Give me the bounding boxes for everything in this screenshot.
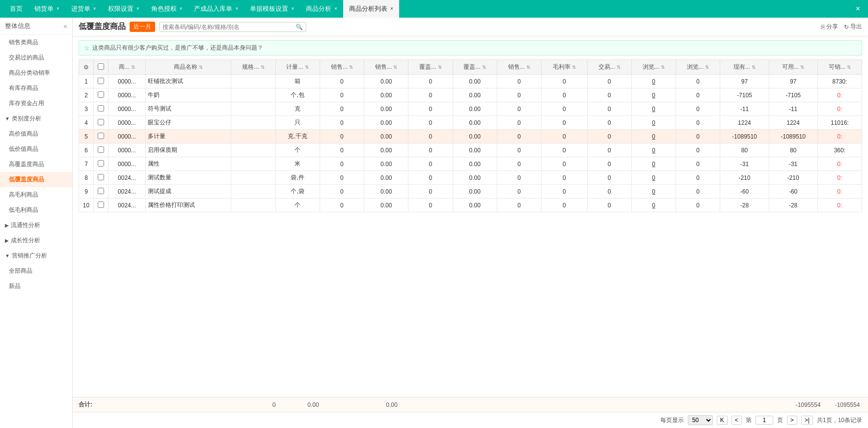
row-current-stock: 1224 — [720, 116, 769, 130]
share-button[interactable]: ⎘ 分享 — [821, 23, 838, 31]
row-gross-rate: 0 — [542, 185, 588, 199]
row-browse1[interactable]: 0 — [631, 130, 676, 143]
row-cover-amt: 0.00 — [453, 75, 497, 88]
col-browse1[interactable]: 浏览... ⇅ — [631, 60, 676, 75]
col-cover-qty[interactable]: 覆盖... ⇅ — [408, 60, 453, 75]
info-bar: ☆ 这类商品只有很少客户购买过，是推广不够，还是商品本身问题？ — [79, 40, 862, 56]
next-page-button[interactable]: > — [787, 416, 797, 425]
nav-template-settings[interactable]: 单据模板设置 × — [244, 0, 300, 18]
page-size-select[interactable]: 20 50 100 — [688, 415, 713, 425]
col-available[interactable]: 可用... ⇅ — [769, 60, 817, 75]
sidebar-group-circulation-analysis[interactable]: ▶ 流通性分析 — [0, 218, 72, 233]
row-browse1[interactable]: 0 — [631, 143, 676, 157]
select-all-checkbox[interactable] — [98, 63, 104, 70]
row-browse1[interactable]: 0 — [631, 157, 676, 171]
sidebar-item-low-margin[interactable]: 低毛利商品 — [0, 202, 72, 218]
last-page-button[interactable]: >| — [801, 416, 813, 425]
row-checkbox[interactable] — [98, 78, 104, 84]
export-button[interactable]: ↻ 导出 — [844, 23, 862, 31]
col-unit[interactable]: 计量... ⇅ — [275, 60, 320, 75]
search-input[interactable] — [163, 24, 294, 30]
close-icon[interactable]: × — [291, 0, 294, 18]
first-page-button[interactable]: K — [717, 416, 728, 425]
close-icon[interactable]: × — [235, 0, 238, 18]
page-label-2: 页 — [777, 416, 783, 425]
row-checkbox[interactable] — [98, 174, 104, 180]
col-browse2[interactable]: 浏览... ⇅ — [676, 60, 720, 75]
sidebar-item-low-coverage[interactable]: 低覆盖度商品 — [0, 172, 72, 187]
row-cover-qty: 0 — [408, 130, 453, 143]
row-sales-amt: 0.00 — [364, 199, 408, 212]
row-checkbox[interactable] — [98, 146, 104, 153]
nav-purchase-order[interactable]: 进货单 × — [65, 0, 102, 18]
row-browse1[interactable]: 0 — [631, 199, 676, 212]
sidebar-item-new-goods[interactable]: 新品 — [0, 279, 72, 294]
row-name: 测试数量 — [145, 171, 231, 185]
close-icon[interactable]: × — [334, 0, 337, 18]
nav-permission-settings[interactable]: 权限设置 × — [102, 0, 145, 18]
sidebar-item-high-coverage[interactable]: 高覆盖度商品 — [0, 157, 72, 172]
period-button[interactable]: 近一月 — [130, 22, 155, 32]
row-checkbox[interactable] — [98, 133, 104, 139]
col-code[interactable]: 商... ⇅ — [108, 60, 146, 75]
row-code: 0000... — [108, 75, 146, 88]
sidebar-item-traded-goods[interactable]: 交易过的商品 — [0, 50, 72, 65]
row-num: 1 — [79, 75, 94, 88]
sidebar-item-high-margin[interactable]: 高毛利商品 — [0, 187, 72, 202]
sidebar-group-category-analysis[interactable]: ▼ 类别度分析 — [0, 111, 72, 126]
close-icon[interactable]: × — [390, 0, 393, 18]
prev-page-button[interactable]: < — [732, 416, 742, 425]
row-browse1[interactable]: 0 — [631, 171, 676, 185]
sidebar-item-sales-goods[interactable]: 销售类商品 — [0, 35, 72, 50]
row-trade: 0 — [587, 185, 631, 199]
nav-home[interactable]: 首页 — [4, 0, 28, 18]
nav-product-analysis-list[interactable]: 商品分析列表 × — [343, 0, 399, 18]
col-sales-count[interactable]: 销售... ⇅ — [497, 60, 541, 75]
row-browse1[interactable]: 0 — [631, 75, 676, 88]
col-saleable[interactable]: 可销... ⇅ — [817, 60, 862, 75]
row-browse1[interactable]: 0 — [631, 185, 676, 199]
close-icon[interactable]: × — [93, 0, 96, 18]
row-browse1[interactable]: 0 — [631, 116, 676, 130]
sidebar-collapse-button[interactable]: « — [63, 22, 67, 30]
row-checkbox[interactable] — [98, 201, 104, 208]
nav-product-storage[interactable]: 产成品入库单 × — [188, 0, 244, 18]
sidebar-group-growth-analysis[interactable]: ▶ 成长性分析 — [0, 233, 72, 248]
row-checkbox[interactable] — [98, 188, 104, 194]
sidebar-item-inventory-capital[interactable]: 库存资金占用 — [0, 96, 72, 111]
row-cover-amt: 0.00 — [453, 116, 497, 130]
row-code: 0024... — [108, 171, 146, 185]
chevron-right-icon: ▶ — [5, 223, 9, 228]
sidebar-item-category-sales-rate[interactable]: 商品分类动销率 — [0, 65, 72, 81]
nav-role-auth[interactable]: 角色授权 × — [145, 0, 189, 18]
row-browse1[interactable]: 0 — [631, 88, 676, 102]
window-close-button[interactable]: × — [852, 4, 864, 13]
col-name[interactable]: 商品名称 ⇅ — [145, 60, 231, 75]
sidebar-item-stocked-goods[interactable]: 有库存商品 — [0, 81, 72, 96]
search-icon[interactable]: 🔍 — [296, 24, 303, 30]
col-cover-amt[interactable]: 覆盖... ⇅ — [453, 60, 497, 75]
col-sales-amt[interactable]: 销售... ⇅ — [364, 60, 408, 75]
sidebar-item-high-value[interactable]: 高价值商品 — [0, 126, 72, 142]
col-settings[interactable]: ⚙ — [79, 60, 94, 75]
row-checkbox[interactable] — [98, 160, 104, 167]
sidebar-group-marketing-analysis[interactable]: ▼ 营销推广分析 — [0, 248, 72, 263]
row-checkbox[interactable] — [98, 91, 104, 98]
col-current-stock[interactable]: 现有... ⇅ — [720, 60, 769, 75]
nav-sales-order[interactable]: 销货单 × — [28, 0, 65, 18]
close-icon[interactable]: × — [136, 0, 139, 18]
close-icon[interactable]: × — [180, 0, 183, 18]
row-browse1[interactable]: 0 — [631, 102, 676, 116]
table-row: 5 0000... 多计量 克,千克 0 0.00 0 0.00 0 0 0 0… — [79, 130, 862, 143]
sidebar-item-all-goods[interactable]: 全部商品 — [0, 263, 72, 279]
col-trade[interactable]: 交易... ⇅ — [587, 60, 631, 75]
close-icon[interactable]: × — [56, 0, 59, 18]
row-checkbox[interactable] — [98, 119, 104, 125]
row-checkbox[interactable] — [98, 105, 104, 112]
sidebar-item-low-value[interactable]: 低价值商品 — [0, 142, 72, 157]
col-spec[interactable]: 规格... ⇅ — [231, 60, 275, 75]
current-page-input[interactable] — [756, 416, 773, 425]
col-gross-rate[interactable]: 毛利率 ⇅ — [542, 60, 588, 75]
col-sales-qty[interactable]: 销售... ⇅ — [320, 60, 364, 75]
nav-product-analysis[interactable]: 商品分析 × — [300, 0, 343, 18]
